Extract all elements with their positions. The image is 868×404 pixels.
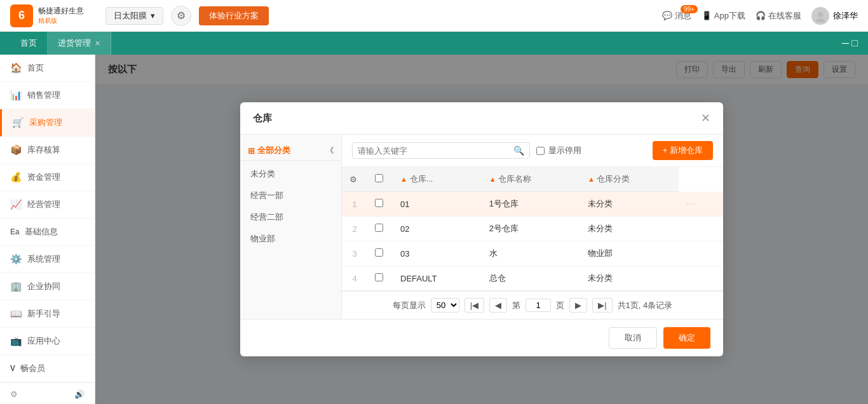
show-disabled-wrap[interactable]: 显示停用 xyxy=(536,145,581,156)
table-row[interactable]: 1 01 1号仓库 未分类 ··· xyxy=(342,192,723,217)
sidebar-item-enterprise[interactable]: 🏢 企业协同 xyxy=(0,273,95,300)
tab-purchase[interactable]: 进货管理 ✕ xyxy=(48,32,111,55)
modal-content-area: 🔍 显示停用 + 新增仓库 xyxy=(342,135,723,319)
sidebar-item-vip[interactable]: V 畅会员 xyxy=(0,355,95,382)
window-minimize-icon[interactable]: ─ xyxy=(842,37,849,49)
category-header: ⊞ 全部分类 《 xyxy=(240,141,341,161)
search-icon[interactable]: 🔍 xyxy=(513,145,524,156)
row-category: 未分类 xyxy=(580,217,679,241)
sidebar-item-sales[interactable]: 📊 销售管理 xyxy=(0,82,95,109)
message-item[interactable]: 💬 消息 99+ xyxy=(662,10,691,22)
col-code-label: 仓库... xyxy=(410,174,433,184)
logo-icon: 6 xyxy=(10,4,33,27)
row-checkbox[interactable] xyxy=(367,266,393,291)
modal-toolbar: 🔍 显示停用 + 新增仓库 xyxy=(342,135,723,167)
per-page-label: 每页显示 xyxy=(393,300,426,311)
prev-page-button[interactable]: ◀ xyxy=(489,298,507,313)
modal-table-wrap: ⚙ ▲ 仓库... ▲ 仓库名称 xyxy=(342,167,723,291)
speaker-icon[interactable]: 🔊 xyxy=(74,389,85,399)
row-actions[interactable] xyxy=(679,266,723,291)
store-selector[interactable]: 日太阳膜 ▾ xyxy=(105,7,163,25)
sidebar-label-vip: 畅会员 xyxy=(20,363,45,374)
next-page-button[interactable]: ▶ xyxy=(569,298,587,313)
col-code: ▲ 仓库... xyxy=(393,167,482,192)
row-checkbox[interactable] xyxy=(367,217,393,241)
chevron-down-icon: ▾ xyxy=(151,11,155,20)
modal-body: ⊞ 全部分类 《 未分类 经营一部 经营二部 物业部 xyxy=(240,135,723,319)
header-center: 日太阳膜 ▾ ⚙ 体验行业方案 xyxy=(105,6,662,26)
username: 徐泽华 xyxy=(833,10,858,22)
row-checkbox[interactable] xyxy=(367,192,393,217)
sidebar-item-finance[interactable]: 💰 资金管理 xyxy=(0,164,95,191)
app-icon: 📱 xyxy=(702,11,712,20)
tab-home[interactable]: 首页 xyxy=(10,32,48,55)
per-page-select[interactable]: 50 xyxy=(431,298,459,313)
confirm-button[interactable]: 确定 xyxy=(663,327,710,349)
row-code: 01 xyxy=(393,192,482,217)
add-warehouse-button[interactable]: + 新增仓库 xyxy=(653,141,713,160)
sidebar-label-purchase: 采购管理 xyxy=(29,117,62,128)
row-code: 02 xyxy=(393,217,482,241)
sidebar-item-inventory[interactable]: 📦 库存核算 xyxy=(0,137,95,164)
sidebar-item-guide[interactable]: 📖 新手引导 xyxy=(0,300,95,328)
table-row[interactable]: 2 02 2号仓库 未分类 xyxy=(342,217,723,241)
row-actions[interactable] xyxy=(679,241,723,266)
show-disabled-checkbox[interactable] xyxy=(536,147,545,155)
row-name: 2号仓库 xyxy=(482,217,580,241)
sidebar-label-apps: 应用中心 xyxy=(27,335,60,347)
tab-close-icon[interactable]: ✕ xyxy=(95,39,100,48)
row-category: 未分类 xyxy=(580,266,679,291)
message-icon: 💬 xyxy=(662,11,672,20)
row-actions[interactable] xyxy=(679,217,723,241)
top-header: 6 畅捷通好生意 精易版 日太阳膜 ▾ ⚙ 体验行业方案 💬 消息 99+ 📱 … xyxy=(0,0,868,32)
operations-icon: 📈 xyxy=(10,199,22,210)
sidebar-item-purchase[interactable]: 🛒 采购管理 xyxy=(0,109,95,137)
table-row[interactable]: 3 03 水 物业部 xyxy=(342,241,723,266)
sidebar-item-home[interactable]: 🏠 首页 xyxy=(0,55,95,82)
app-label: App下载 xyxy=(714,10,745,22)
table-row[interactable]: 4 DEFAULT 总仓 未分类 xyxy=(342,266,723,291)
category-item-property[interactable]: 物业部 xyxy=(240,228,341,250)
avatar xyxy=(811,7,829,25)
sidebar-item-apps[interactable]: 📺 应用中心 xyxy=(0,328,95,355)
apps-icon: 📺 xyxy=(10,335,22,347)
sales-icon: 📊 xyxy=(10,90,22,101)
sidebar-item-system[interactable]: ⚙️ 系统管理 xyxy=(0,246,95,273)
gear-button[interactable]: ⚙ xyxy=(171,6,191,26)
settings-bottom-icon[interactable]: ⚙ xyxy=(10,389,18,399)
row-gear: 2 xyxy=(342,217,367,241)
row-checkbox[interactable] xyxy=(367,241,393,266)
sidebar-label-inventory: 库存核算 xyxy=(27,144,60,156)
category-item-unclassified[interactable]: 未分类 xyxy=(240,163,341,185)
sidebar-bottom: ⚙ 🔊 xyxy=(0,382,95,404)
row-category: 物业部 xyxy=(580,241,679,266)
row-code: 03 xyxy=(393,241,482,266)
page-number-input[interactable] xyxy=(526,299,551,312)
last-page-button[interactable]: ▶| xyxy=(592,298,612,313)
sidebar-label-basic-info: 基础信息 xyxy=(25,226,58,238)
window-maximize-icon[interactable]: □ xyxy=(851,37,858,49)
sidebar-item-operations[interactable]: 📈 经营管理 xyxy=(0,191,95,219)
sidebar-item-basic-info[interactable]: Ea 基础信息 xyxy=(0,219,95,246)
sidebar-label-system: 系统管理 xyxy=(27,253,60,265)
search-input[interactable] xyxy=(358,146,513,156)
experience-button[interactable]: 体验行业方案 xyxy=(199,6,269,25)
category-item-dept1[interactable]: 经营一部 xyxy=(240,185,341,206)
app-download-item[interactable]: 📱 App下载 xyxy=(702,10,745,22)
cancel-button[interactable]: 取消 xyxy=(609,327,657,349)
row-actions[interactable]: ··· xyxy=(679,192,723,217)
first-page-button[interactable]: |◀ xyxy=(465,298,484,313)
service-item[interactable]: 🎧 在线客服 xyxy=(756,10,801,22)
message-badge: 99+ xyxy=(681,5,698,13)
basic-info-icon: Ea xyxy=(10,227,20,236)
warehouse-modal: 仓库 ✕ ⊞ 全部分类 《 未分类 xyxy=(240,102,723,356)
col-category-label: 仓库分类 xyxy=(597,174,630,184)
select-all-checkbox[interactable] xyxy=(375,174,383,182)
row-gear: 4 xyxy=(342,266,367,291)
modal-overlay: 仓库 ✕ ⊞ 全部分类 《 未分类 xyxy=(95,55,868,404)
category-item-dept2[interactable]: 经营二部 xyxy=(240,206,341,228)
collapse-button[interactable]: 《 xyxy=(326,145,334,156)
modal-close-icon[interactable]: ✕ xyxy=(701,111,710,125)
row-category: 未分类 xyxy=(580,192,679,217)
user-area[interactable]: 徐泽华 xyxy=(811,7,858,25)
